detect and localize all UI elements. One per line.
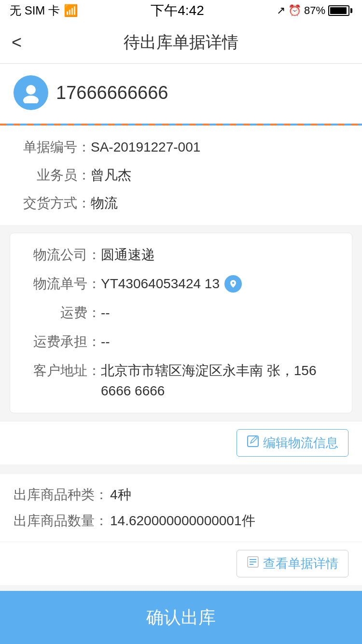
svg-point-0 bbox=[26, 85, 36, 95]
status-bar: 无 SIM 卡 📶 下午4:42 ↗ ⏰ 87% bbox=[0, 0, 362, 21]
customer-phone: 17666666666 bbox=[56, 83, 168, 103]
delivery-method-label: 交货方式： bbox=[14, 193, 91, 213]
salesperson-value: 曾凡杰 bbox=[91, 165, 348, 185]
salesperson-row: 业务员： 曾凡杰 bbox=[14, 165, 348, 185]
customer-address-row: 客户地址： 北京市市辖区海淀区永丰南 张，156 6666 6666 bbox=[24, 361, 338, 401]
view-detail-label: 查看单据详情 bbox=[263, 555, 338, 572]
location-status-icon: ↗ bbox=[277, 4, 285, 17]
alarm-icon: ⏰ bbox=[288, 4, 301, 17]
doc-number-label: 单据编号： bbox=[14, 137, 91, 157]
logistics-company-value: 圆通速递 bbox=[101, 245, 338, 265]
main-content: 17666666666 单据编号： SA-20191227-001 业务员： 曾… bbox=[0, 64, 362, 643]
back-button[interactable]: < bbox=[12, 32, 22, 53]
status-left: 无 SIM 卡 📶 bbox=[10, 3, 78, 18]
goods-types-label: 出库商品种类： bbox=[14, 486, 110, 504]
tracking-number-value: YT43064053424 13 bbox=[101, 274, 338, 294]
edit-logistics-section: 编辑物流信息 bbox=[0, 421, 362, 464]
view-detail-button[interactable]: 查看单据详情 bbox=[237, 550, 348, 577]
list-icon bbox=[247, 556, 259, 572]
logistics-company-label: 物流公司： bbox=[24, 245, 101, 265]
edit-logistics-button[interactable]: 编辑物流信息 bbox=[237, 429, 348, 457]
delivery-method-row: 交货方式： 物流 bbox=[14, 193, 348, 213]
document-info-section: 单据编号： SA-20191227-001 业务员： 曾凡杰 交货方式： 物流 bbox=[0, 126, 362, 225]
confirm-bar[interactable]: 确认出库 bbox=[0, 591, 362, 644]
view-detail-section: 查看单据详情 bbox=[0, 542, 362, 585]
delivery-method-value: 物流 bbox=[91, 193, 348, 213]
wifi-icon: 📶 bbox=[64, 4, 78, 17]
confirm-button-label: 确认出库 bbox=[146, 606, 216, 630]
doc-number-row: 单据编号： SA-20191227-001 bbox=[14, 137, 348, 157]
goods-types-row: 出库商品种类： 4种 bbox=[14, 486, 348, 504]
svg-point-1 bbox=[23, 96, 39, 103]
salesperson-label: 业务员： bbox=[14, 165, 91, 185]
edit-logistics-label: 编辑物流信息 bbox=[263, 434, 338, 451]
goods-types-value: 4种 bbox=[110, 486, 131, 504]
logistics-card: 物流公司： 圆通速递 物流单号： YT43064053424 13 运费： --… bbox=[10, 233, 352, 413]
person-icon bbox=[20, 82, 42, 103]
freight-bear-label: 运费承担： bbox=[24, 332, 101, 352]
freight-label: 运费： bbox=[24, 303, 101, 323]
customer-address-value: 北京市市辖区海淀区永丰南 张，156 6666 6666 bbox=[101, 361, 338, 401]
carrier-label: 无 SIM 卡 bbox=[10, 3, 60, 18]
customer-address-label: 客户地址： bbox=[24, 361, 101, 381]
battery-percent: 87% bbox=[304, 4, 325, 17]
goods-quantity-value: 14.620000000000001件 bbox=[110, 512, 255, 530]
edit-icon bbox=[247, 435, 259, 451]
status-right: ↗ ⏰ 87% bbox=[277, 4, 352, 17]
logistics-company-row: 物流公司： 圆通速递 bbox=[24, 245, 338, 265]
battery-icon bbox=[328, 5, 352, 16]
doc-number-value: SA-20191227-001 bbox=[91, 137, 348, 157]
freight-row: 运费： -- bbox=[24, 303, 338, 323]
tracking-number-row: 物流单号： YT43064053424 13 bbox=[24, 274, 338, 294]
nav-bar: < 待出库单据详情 bbox=[0, 21, 362, 64]
freight-bear-value: -- bbox=[101, 332, 338, 352]
section-divider bbox=[0, 464, 362, 474]
dashed-divider bbox=[0, 122, 362, 126]
freight-bear-row: 运费承担： -- bbox=[24, 332, 338, 352]
goods-quantity-row: 出库商品数量： 14.620000000000001件 bbox=[14, 512, 348, 530]
avatar bbox=[14, 75, 48, 110]
customer-section: 17666666666 bbox=[0, 64, 362, 122]
goods-quantity-label: 出库商品数量： bbox=[14, 512, 110, 530]
goods-section: 出库商品种类： 4种 出库商品数量： 14.620000000000001件 bbox=[0, 474, 362, 542]
time-label: 下午4:42 bbox=[151, 1, 204, 20]
track-location-icon[interactable] bbox=[224, 275, 242, 293]
tracking-number-label: 物流单号： bbox=[24, 274, 101, 294]
page-title: 待出库单据详情 bbox=[124, 31, 238, 54]
freight-value: -- bbox=[101, 303, 338, 323]
